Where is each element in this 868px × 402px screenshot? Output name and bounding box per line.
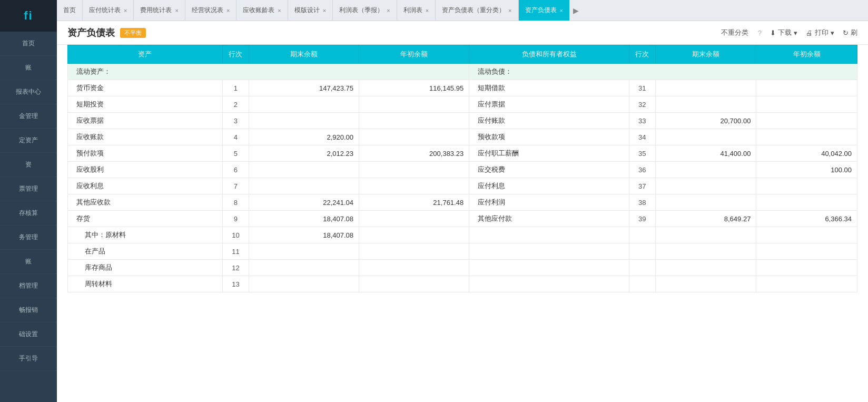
end-balance-right[interactable] (655, 80, 756, 96)
end-balance-right[interactable] (655, 194, 756, 211)
close-icon[interactable]: × (175, 7, 178, 14)
sidebar-item-home[interactable]: 首页 (0, 32, 57, 56)
begin-balance-left[interactable] (359, 96, 469, 113)
sidebar-item-ledger[interactable]: 账 (0, 250, 57, 274)
begin-balance-right[interactable] (756, 260, 857, 276)
download-icon: ⬇ (770, 29, 776, 37)
row-num-left: 7 (222, 178, 249, 194)
begin-balance-right[interactable]: 40,042.00 (756, 145, 857, 162)
tab-payable-stat[interactable]: 应付统计表 × (83, 0, 134, 21)
begin-balance-right[interactable] (756, 276, 857, 292)
close-icon[interactable]: × (323, 7, 326, 14)
sidebar-item-account[interactable]: 账 (0, 56, 57, 80)
end-balance-right[interactable] (655, 227, 756, 243)
tab-operation[interactable]: 经营状况表 × (185, 0, 236, 21)
begin-balance-left[interactable]: 116,145.95 (359, 80, 469, 96)
begin-balance-left[interactable] (359, 243, 469, 260)
end-balance-left[interactable]: 18,407.08 (249, 211, 359, 227)
begin-balance-right[interactable] (756, 178, 857, 194)
begin-balance-right[interactable] (756, 227, 857, 243)
sidebar-item-invoice-mgmt[interactable]: 票管理 (0, 177, 57, 201)
tab-balance-reclassify[interactable]: 资产负债表（重分类） × (436, 0, 518, 21)
begin-balance-right[interactable] (756, 243, 857, 260)
sidebar-item-guide[interactable]: 手引导 (0, 347, 57, 371)
begin-balance-right[interactable] (756, 113, 857, 129)
sidebar-item-fixed-assets[interactable]: 定资产 (0, 129, 57, 153)
end-balance-right[interactable] (655, 260, 756, 276)
close-icon[interactable]: × (387, 7, 390, 14)
sidebar-item-basic-settings[interactable]: 础设置 (0, 322, 57, 347)
end-balance-right[interactable] (655, 243, 756, 260)
end-balance-left[interactable] (249, 276, 359, 292)
close-icon[interactable]: × (560, 7, 563, 14)
liability-label (469, 227, 629, 243)
close-icon[interactable]: × (226, 7, 230, 14)
refresh-button[interactable]: ↻ 刷 (843, 28, 857, 37)
tab-template-design[interactable]: 模版设计 × (288, 0, 333, 21)
end-balance-left[interactable]: 18,407.08 (249, 227, 359, 243)
begin-balance-right[interactable] (756, 194, 857, 211)
print-button[interactable]: 🖨 打印 ▾ (806, 28, 834, 37)
end-balance-right[interactable]: 8,649.27 (655, 211, 756, 227)
begin-balance-left[interactable] (359, 113, 469, 129)
end-balance-left[interactable] (249, 243, 359, 260)
end-balance-left[interactable]: 2,920.00 (249, 129, 359, 145)
sidebar-item-inventory[interactable]: 存核算 (0, 201, 57, 225)
begin-balance-right[interactable] (756, 129, 857, 145)
end-balance-left[interactable] (249, 113, 359, 129)
begin-balance-left[interactable] (359, 276, 469, 292)
close-icon[interactable]: × (124, 7, 127, 14)
end-balance-left[interactable]: 22,241.04 (249, 194, 359, 211)
row-num-left: 8 (222, 194, 249, 211)
sidebar-item-expense[interactable]: 畅报销 (0, 298, 57, 322)
begin-balance-left[interactable] (359, 211, 469, 227)
begin-balance-left[interactable] (359, 227, 469, 243)
sidebar-item-capital[interactable]: 资 (0, 153, 57, 177)
col-end-balance-right: 期末余额 (655, 45, 756, 64)
help-icon[interactable]: ? (758, 29, 762, 37)
close-icon[interactable]: × (426, 7, 429, 14)
begin-balance-right[interactable] (756, 80, 857, 96)
tabs-scroll-arrow[interactable]: ▶ (570, 6, 583, 15)
tab-receivable-aging[interactable]: 应收账龄表 × (236, 0, 288, 21)
close-icon[interactable]: × (508, 7, 511, 14)
sidebar-item-archive[interactable]: 档管理 (0, 274, 57, 298)
tab-profit-quarterly[interactable]: 利润表（季报） × (333, 0, 397, 21)
begin-balance-left[interactable] (359, 162, 469, 178)
end-balance-right[interactable] (655, 276, 756, 292)
close-icon[interactable]: × (278, 7, 281, 14)
end-balance-left[interactable]: 147,423.75 (249, 80, 359, 96)
sidebar-item-finance-mgmt[interactable]: 金管理 (0, 104, 57, 129)
tab-expense-stat[interactable]: 费用统计表 × (134, 0, 185, 21)
row-num-left: 2 (222, 96, 249, 113)
begin-balance-left[interactable]: 200,383.23 (359, 145, 469, 162)
table-row: 应收账款 4 2,920.00 预收款项 34 (68, 129, 857, 145)
tab-home[interactable]: 首页 (57, 0, 83, 21)
sidebar-item-tax-mgmt[interactable]: 务管理 (0, 225, 57, 250)
download-button[interactable]: ⬇ 下载 ▾ (770, 28, 797, 37)
end-balance-left[interactable] (249, 260, 359, 276)
begin-balance-right[interactable]: 100.00 (756, 162, 857, 178)
row-num-left: 3 (222, 113, 249, 129)
end-balance-right[interactable] (655, 96, 756, 113)
end-balance-left[interactable]: 2,012.23 (249, 145, 359, 162)
begin-balance-right[interactable]: 6,366.34 (756, 211, 857, 227)
end-balance-right[interactable] (655, 129, 756, 145)
end-balance-right[interactable] (655, 178, 756, 194)
end-balance-right[interactable] (655, 162, 756, 178)
end-balance-right[interactable]: 20,700.00 (655, 113, 756, 129)
end-balance-right[interactable]: 41,400.00 (655, 145, 756, 162)
begin-balance-left[interactable] (359, 129, 469, 145)
end-balance-left[interactable] (249, 96, 359, 113)
asset-label: 其中：原材料 (68, 227, 223, 243)
tab-balance[interactable]: 资产负债表 × (519, 0, 570, 21)
begin-balance-left[interactable] (359, 260, 469, 276)
tab-profit[interactable]: 利润表 × (397, 0, 436, 21)
end-balance-left[interactable] (249, 178, 359, 194)
begin-balance-right[interactable] (756, 96, 857, 113)
end-balance-left[interactable] (249, 162, 359, 178)
table-row: 库存商品 12 (68, 260, 857, 276)
begin-balance-left[interactable]: 21,761.48 (359, 194, 469, 211)
begin-balance-left[interactable] (359, 178, 469, 194)
sidebar-item-report-center[interactable]: 报表中心 (0, 80, 57, 104)
